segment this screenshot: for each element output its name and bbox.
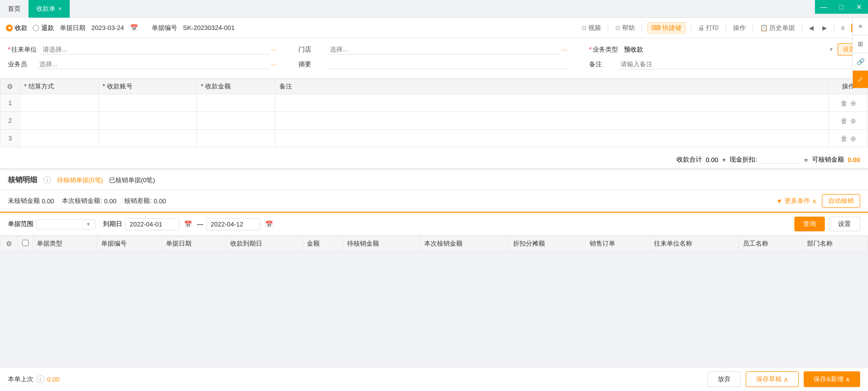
form-area: * 往来单位 ··· 门店 ··· * 业务类型 预收款 ▼ 设置 业务员 ··… — [0, 38, 868, 79]
input-settlement-3[interactable] — [20, 130, 98, 147]
cell-settlement-2[interactable] — [20, 112, 99, 130]
row-num-2: 2 — [0, 112, 20, 130]
cell-amount-1[interactable] — [197, 94, 275, 112]
sidebar-icon-4[interactable]: ⤢ — [852, 71, 868, 88]
input-note-3[interactable] — [275, 130, 828, 147]
pending-tab[interactable]: 待核销单据(0笔) — [57, 176, 103, 185]
input-settlement-1[interactable] — [20, 94, 98, 112]
radio-shoukuan[interactable]: 收款 — [6, 24, 27, 32]
input-note-1[interactable] — [275, 94, 828, 112]
done-tab[interactable]: 已核销单据(0笔) — [109, 176, 155, 185]
date-range-separator: — — [197, 221, 203, 228]
input-note-2[interactable] — [275, 112, 828, 129]
input-amount-3[interactable] — [197, 130, 275, 147]
due-to-input[interactable] — [206, 218, 260, 230]
calendar-to-icon[interactable]: 📅 — [265, 221, 273, 228]
partner-label: 往来单位 — [11, 45, 41, 54]
cell-account-3[interactable] — [99, 130, 197, 147]
table-settings-header[interactable]: ⚙ — [0, 79, 20, 94]
close-button[interactable]: ✕ — [850, 0, 868, 14]
tab-active[interactable]: 收款单 × — [28, 0, 70, 18]
divider3 — [691, 24, 691, 32]
cell-amount-2[interactable] — [197, 112, 275, 130]
bottom-table: ⚙ 单据类型 单据编号 单据日期 收款到期日 金额 待核销金额 本次核销金额 折… — [0, 236, 868, 251]
calendar-icon[interactable]: 📅 — [130, 24, 138, 31]
info-icon[interactable]: i — [43, 176, 51, 184]
cell-settlement-3[interactable] — [20, 130, 99, 147]
list-view-btn[interactable]: ≡ — [839, 24, 846, 32]
due-from-input[interactable] — [125, 218, 179, 230]
partner-input[interactable] — [41, 45, 269, 55]
bottom-col-type: 单据类型 — [33, 236, 97, 251]
minimize-button[interactable]: — — [815, 0, 833, 14]
abandon-button[interactable]: 放弃 — [707, 371, 741, 387]
tab-home[interactable]: 首页 — [0, 0, 28, 18]
cell-note-1[interactable] — [275, 94, 829, 112]
prev-btn[interactable]: ◀ — [807, 24, 815, 32]
cell-note-2[interactable] — [275, 112, 829, 130]
bottom-col-checkbox[interactable] — [18, 236, 33, 251]
maximize-button[interactable]: □ — [833, 0, 850, 14]
cell-amount-3[interactable] — [197, 130, 275, 147]
cell-account-2[interactable] — [99, 112, 197, 130]
input-settlement-2[interactable] — [20, 112, 98, 129]
tab-close-icon[interactable]: × — [58, 0, 62, 18]
input-account-2[interactable] — [99, 112, 196, 129]
input-amount-1[interactable] — [197, 94, 275, 112]
total-value: 0.00 — [706, 156, 718, 164]
more-conditions-btn[interactable]: ▼ 更多条件 ∧ — [776, 196, 817, 205]
shortcut-btn[interactable]: ⌨ 快捷键 — [647, 22, 686, 34]
note-input[interactable] — [619, 59, 860, 69]
summary-input[interactable] — [328, 59, 570, 69]
toolbar: 收款 退款 单据日期 2023-03-24 📅 单据编号 SK-20230324… — [0, 18, 868, 38]
select-all-checkbox[interactable] — [22, 240, 28, 246]
store-ellipsis[interactable]: ··· — [560, 46, 570, 54]
next-btn[interactable]: ▶ — [820, 24, 829, 32]
biz-type-value: 预收款 — [622, 44, 829, 55]
partner-ellipsis[interactable]: ··· — [269, 46, 279, 54]
bottom-col-settings[interactable]: ⚙ — [0, 236, 18, 251]
query-button[interactable]: 查询 — [794, 217, 825, 231]
calendar-from-icon[interactable]: 📅 — [184, 221, 192, 228]
video-btn[interactable]: ⊙ 视频 — [579, 23, 603, 33]
current-value: 0.00 — [104, 197, 116, 205]
input-amount-2[interactable] — [197, 112, 275, 129]
col-account: * 收款账号 — [99, 79, 197, 94]
search-buttons: 查询 设置 — [794, 217, 860, 231]
print-btn[interactable]: 🖨 打印 — [696, 23, 721, 33]
range-select[interactable]: ▼ — [36, 219, 95, 229]
verified-label: 可核销金额 — [812, 155, 844, 164]
divider1 — [608, 24, 608, 32]
summary-label: 摘要 — [298, 60, 328, 69]
store-input[interactable] — [328, 45, 560, 55]
info-icon-footer[interactable]: i — [36, 375, 44, 383]
stats-row: 未核销金额 0.00 本次核销金额: 0.00 核销差额: 0.00 ▼ 更多条… — [0, 190, 868, 212]
cell-account-1[interactable] — [99, 94, 197, 112]
save-new-button[interactable]: 保存&新增 ∧ — [804, 371, 860, 387]
save-draft-button[interactable]: 保存草稿 ∧ — [746, 371, 799, 387]
biz-type-dropdown-icon[interactable]: ▼ — [829, 47, 834, 52]
salesperson-ellipsis[interactable]: ··· — [269, 60, 279, 68]
delete-icon-1[interactable]: 🗑 — [841, 99, 847, 107]
save-draft-dropdown-icon[interactable]: ∧ — [784, 376, 788, 383]
help-btn[interactable]: ⊙ 帮助 — [613, 23, 637, 33]
divider7 — [834, 24, 834, 32]
sidebar-icon-2[interactable]: ⊞ — [852, 35, 868, 53]
delete-icon-3[interactable]: 🗑 — [841, 135, 847, 142]
cell-settlement-1[interactable] — [20, 94, 99, 112]
bottom-gear-icon: ⚙ — [6, 240, 12, 248]
radio-tuikuan[interactable]: 退款 — [32, 24, 54, 32]
input-account-1[interactable] — [99, 94, 196, 112]
delete-icon-2[interactable]: 🗑 — [841, 117, 847, 125]
diff-value: 0.00 — [154, 197, 166, 205]
discount-input[interactable] — [761, 156, 800, 164]
salesperson-input[interactable] — [37, 59, 269, 69]
sidebar-icon-1[interactable]: ≡ — [852, 18, 868, 35]
bottom-col-pending: 待核销金额 — [343, 236, 420, 251]
save-new-dropdown-icon[interactable]: ∧ — [845, 376, 850, 383]
input-account-3[interactable] — [99, 130, 196, 147]
operation-btn[interactable]: 操作 — [731, 23, 748, 33]
history-btn[interactable]: 📋 历史单据 — [758, 23, 797, 33]
sidebar-icon-3[interactable]: 🔗 — [852, 53, 868, 71]
cell-note-3[interactable] — [275, 130, 829, 147]
